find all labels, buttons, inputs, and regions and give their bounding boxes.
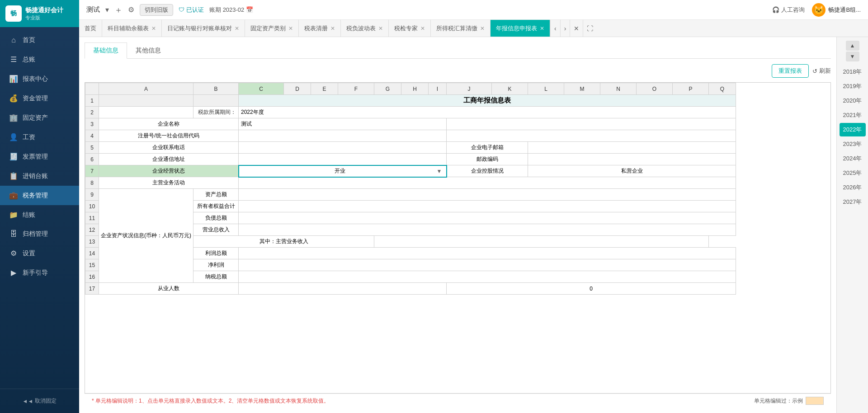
sidebar-item-home[interactable]: ⌂ 首页: [0, 31, 79, 50]
cell-14-b[interactable]: 利润总额: [193, 248, 239, 259]
year-item-2025[interactable]: 2025年: [840, 166, 866, 180]
cell-9-b[interactable]: 资产总额: [193, 189, 239, 201]
cell-15-value[interactable]: [239, 259, 736, 271]
cell-5-label[interactable]: 企业联系电话: [99, 142, 239, 154]
cell-5-phone[interactable]: [239, 142, 447, 154]
sidebar-item-settings[interactable]: ⚙ 设置: [0, 244, 79, 263]
tab-annual-report[interactable]: 年报信息申报表 ✕: [491, 20, 550, 37]
tab-tax-list[interactable]: 税表清册 ✕: [299, 20, 341, 37]
tab-close-bank-reconcile[interactable]: ✕: [235, 25, 239, 32]
year-item-2021[interactable]: 2021年: [840, 108, 866, 122]
tab-close-tax-list[interactable]: ✕: [330, 25, 335, 32]
tab-aux-balance[interactable]: 科目辅助余额表 ✕: [102, 20, 162, 37]
cell-8-label[interactable]: 主营业务活动: [99, 177, 239, 189]
cell-10-b[interactable]: 所有者权益合计: [193, 201, 239, 212]
year-item-2019[interactable]: 2019年: [840, 80, 866, 93]
sidebar-logo[interactable]: 畅 畅捷通好会计 专业版: [0, 0, 79, 27]
cell-7-dropdown[interactable]: 开业 ▼: [239, 165, 447, 177]
cell-1-b[interactable]: [193, 95, 239, 107]
cell-6-addr[interactable]: [239, 154, 447, 165]
cell-14-value[interactable]: [239, 248, 736, 259]
sidebar-item-close[interactable]: 📁 结账: [0, 205, 79, 225]
cell-2-a[interactable]: [99, 107, 193, 118]
tab-home[interactable]: 首页: [79, 20, 102, 37]
dropdown-arrow-icon[interactable]: ▼: [437, 168, 442, 174]
topbar-settings-icon[interactable]: ⚙: [128, 5, 134, 14]
cell-7-label[interactable]: 企业经营状态: [99, 165, 239, 177]
cell-1-title[interactable]: 工商年报信息表: [239, 95, 736, 107]
year-item-2026[interactable]: 2026年: [840, 181, 866, 194]
topbar-dropdown-arrow[interactable]: ▾: [105, 5, 109, 14]
sidebar-item-stockledger[interactable]: 📋 进销台账: [0, 166, 79, 186]
cell-17-zero[interactable]: 0: [447, 283, 736, 295]
tab-close-income-tax[interactable]: ✕: [480, 25, 485, 32]
year-nav-up-button[interactable]: ▲: [846, 41, 859, 51]
cell-7-control-value[interactable]: 私营企业: [528, 165, 736, 177]
sidebar-item-tax[interactable]: 💼 税务管理: [0, 186, 79, 205]
user-menu[interactable]: 🐱 畅捷通B组...: [812, 3, 861, 17]
cell-17-value[interactable]: [239, 283, 447, 295]
tab-next-button[interactable]: ›: [560, 20, 570, 37]
cell-2-b[interactable]: 税款所属期间：: [193, 107, 239, 118]
tab-prev-button[interactable]: ‹: [550, 20, 560, 37]
cell-15-b[interactable]: 净利润: [193, 259, 239, 271]
cell-4-empty[interactable]: [447, 130, 736, 142]
switch-version-button[interactable]: 切到旧版: [140, 4, 173, 16]
calendar-icon[interactable]: 📅: [246, 6, 253, 13]
year-item-2024[interactable]: 2024年: [840, 152, 866, 165]
cell-5-email-label[interactable]: 企业电子邮箱: [447, 142, 528, 154]
cell-9-value[interactable]: [239, 189, 736, 201]
cell-6-postal[interactable]: [528, 154, 736, 165]
sidebar-item-reports[interactable]: 📊 报表中心: [0, 69, 79, 89]
cell-16-value[interactable]: [239, 271, 736, 283]
subtab-other[interactable]: 其他信息: [127, 42, 170, 59]
cell-11-b[interactable]: 负债总额: [193, 212, 239, 224]
service-button[interactable]: 🎧 人工咨询: [772, 6, 805, 14]
cell-3-empty[interactable]: [447, 118, 736, 130]
cell-2-c[interactable]: 2022年度: [239, 107, 736, 118]
topbar-add-button[interactable]: ＋: [114, 5, 123, 15]
cell-11-value[interactable]: [239, 212, 736, 224]
cell-12-b[interactable]: 营业总收入: [193, 224, 239, 236]
tab-tax-expert[interactable]: 税检专家 ✕: [389, 20, 431, 37]
tab-close-all-button[interactable]: ✕: [570, 20, 583, 37]
cell-5-email[interactable]: [528, 142, 736, 154]
year-item-2018[interactable]: 2018年: [840, 65, 866, 79]
year-item-2022[interactable]: 2022年: [840, 123, 866, 136]
sidebar-item-payroll[interactable]: 👤 工资: [0, 127, 79, 147]
sidebar-item-assets[interactable]: 🏢 固定资产: [0, 108, 79, 127]
cell-6-label[interactable]: 企业通信地址: [99, 154, 239, 165]
cell-8-value[interactable]: [239, 177, 736, 189]
spreadsheet-wrapper[interactable]: A B C D E F G H I J K L M: [85, 82, 831, 394]
cell-7-control-label[interactable]: 企业控股情况: [447, 165, 528, 177]
tab-income-tax[interactable]: 所得税汇算清缴 ✕: [431, 20, 491, 37]
tab-close-tax-fluctuation[interactable]: ✕: [378, 25, 383, 32]
sidebar-item-invoice[interactable]: 🧾 发票管理: [0, 147, 79, 166]
year-item-2020[interactable]: 2020年: [840, 94, 866, 108]
sidebar-item-newbie[interactable]: ▶ 新手引导: [0, 263, 79, 282]
cell-16-b[interactable]: 纳税总额: [193, 271, 239, 283]
cell-4-label[interactable]: 注册号/统一社会信用代码: [99, 130, 239, 142]
subtab-basic[interactable]: 基础信息: [85, 42, 127, 59]
cell-1-a[interactable]: [99, 95, 193, 107]
sidebar-item-capital[interactable]: 💰 资金管理: [0, 89, 79, 108]
tab-close-annual-report[interactable]: ✕: [540, 25, 544, 32]
tab-close-aux-balance[interactable]: ✕: [151, 25, 156, 32]
reset-report-button[interactable]: 重置报表: [772, 64, 809, 78]
sidebar-collapse-button[interactable]: ◄◄ 取消固定: [0, 394, 79, 408]
cell-3-label[interactable]: 企业名称: [99, 118, 239, 130]
cell-6-postal-label[interactable]: 邮政编码: [447, 154, 528, 165]
refresh-button[interactable]: ↺ 刷新: [812, 67, 831, 75]
year-item-2023[interactable]: 2023年: [840, 137, 866, 151]
cell-13-value[interactable]: [374, 236, 709, 248]
tab-close-tax-expert[interactable]: ✕: [420, 25, 425, 32]
sidebar-item-ledger[interactable]: ☰ 总账: [0, 50, 79, 69]
cell-13-label[interactable]: 其中：主营业务收入: [193, 236, 374, 248]
tab-fullscreen-button[interactable]: ⛶: [583, 20, 597, 37]
cell-12-value[interactable]: [239, 224, 736, 236]
tab-tax-fluctuation[interactable]: 税负波动表 ✕: [341, 20, 389, 37]
cell-4-value[interactable]: [239, 130, 447, 142]
year-item-2027[interactable]: 2027年: [840, 195, 866, 209]
tab-close-fixed-assets-cat[interactable]: ✕: [288, 25, 293, 32]
cell-3-value[interactable]: 测试: [239, 118, 447, 130]
